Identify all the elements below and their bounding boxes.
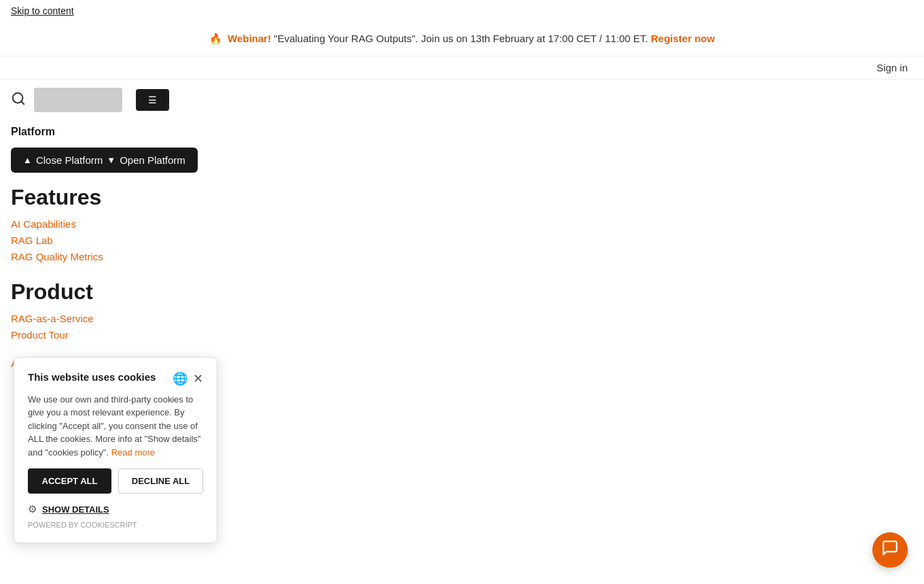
close-platform-label: Close Platform <box>36 154 103 166</box>
site-header: ☰ <box>0 80 924 120</box>
top-nav: Sign in <box>0 56 924 80</box>
cookie-banner: This website uses cookies 🌐 ✕ We use our… <box>14 357 217 387</box>
list-item: RAG Quality Metrics <box>11 251 913 263</box>
list-item: Product Tour <box>11 329 913 341</box>
site-logo[interactable] <box>34 88 122 112</box>
product-section-title: Product <box>11 279 913 305</box>
ai-capabilities-link[interactable]: AI Capabilities <box>11 218 76 230</box>
rag-quality-metrics-link[interactable]: RAG Quality Metrics <box>11 251 103 262</box>
list-item: RAG-as-a-Service <box>11 313 913 325</box>
svg-line-1 <box>21 101 24 104</box>
arrow-up-icon: ▲ <box>23 155 32 165</box>
rag-lab-link[interactable]: RAG Lab <box>11 235 53 246</box>
fire-emoji: 🔥 <box>209 33 222 44</box>
cookie-icons: 🌐 ✕ <box>173 371 203 386</box>
product-tour-link[interactable]: Product Tour <box>11 329 69 341</box>
cookie-banner-header: This website uses cookies 🌐 ✕ <box>28 371 203 386</box>
cookie-close-button[interactable]: ✕ <box>193 373 203 385</box>
product-links-list: RAG-as-a-Service Product Tour <box>11 313 913 341</box>
webinar-description: "Evaluating Your RAG Outputs". Join us o… <box>274 33 648 44</box>
nav-menu: Platform ▲ Close Platform ▼ Open Platfor… <box>0 120 924 370</box>
search-icon[interactable] <box>11 91 26 109</box>
skip-to-content[interactable]: Skip to content <box>0 0 924 22</box>
menu-button[interactable]: ☰ <box>136 89 169 111</box>
platform-nav-item: Platform <box>11 120 913 143</box>
sign-in-link[interactable]: Sign in <box>876 62 908 73</box>
globe-icon: 🌐 <box>173 371 188 386</box>
webinar-banner: 🔥 Webinar! "Evaluating Your RAG Outputs"… <box>0 22 924 56</box>
rag-as-a-service-link[interactable]: RAG-as-a-Service <box>11 313 94 324</box>
list-item: AI Capabilities <box>11 218 913 230</box>
register-now-link[interactable]: Register now <box>651 33 715 44</box>
features-section-title: Features <box>11 185 913 210</box>
cookie-title: This website uses cookies <box>28 371 156 383</box>
webinar-label: Webinar! <box>228 33 271 44</box>
list-item: RAG Lab <box>11 235 913 247</box>
platform-toggle-button[interactable]: ▲ Close Platform ▼ Open Platform <box>11 148 198 173</box>
arrow-down-icon: ▼ <box>107 155 116 165</box>
features-links-list: AI Capabilities RAG Lab RAG Quality Metr… <box>11 218 913 263</box>
open-platform-label: Open Platform <box>120 154 185 166</box>
